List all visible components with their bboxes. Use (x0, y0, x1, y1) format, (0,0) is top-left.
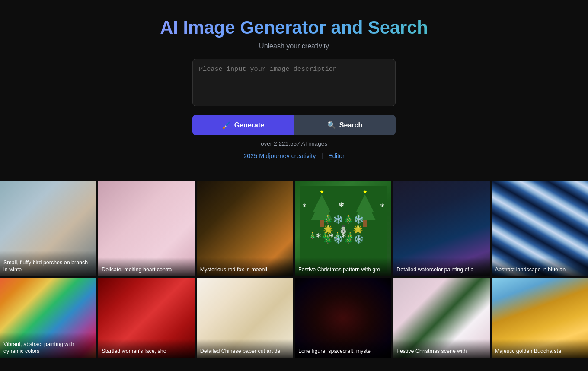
gallery-item-bird[interactable]: Small, fluffy bird perches on branch in … (0, 181, 96, 276)
svg-text:❄: ❄ (302, 203, 307, 209)
gallery-caption-robot: Detailed watercolor painting of a (393, 257, 489, 276)
gallery-caption-christmas: Festive Christmas pattern with gre (295, 257, 391, 276)
gallery-item-fox[interactable]: Mysterious red fox in moonli (197, 181, 293, 276)
svg-text:★: ★ (362, 189, 367, 195)
prompt-textarea[interactable] (192, 59, 396, 106)
gallery-caption-colorful: Vibrant, abstract painting with dynamic … (0, 332, 96, 358)
gallery-item-heart[interactable]: Delicate, melting heart contra (98, 181, 195, 276)
gallery-row-1: Small, fluffy bird perches on branch in … (0, 181, 588, 276)
generate-button[interactable]: 🖌️ Generate (192, 115, 294, 135)
svg-text:❄: ❄ (338, 201, 344, 209)
gallery-caption-chinese: Detailed Chinese paper cut art de (197, 339, 293, 358)
gallery-row-2: Vibrant, abstract painting with dynamic … (0, 278, 588, 358)
gallery-item-dark-space[interactable]: Lone figure, spacecraft, myste (295, 278, 391, 358)
svg-text:🎄❄🎄❄🎄❄🎄: 🎄❄🎄❄🎄❄🎄 (309, 232, 354, 239)
svg-text:★: ★ (319, 189, 324, 195)
generate-label: Generate (234, 121, 264, 129)
image-gallery: Small, fluffy bird perches on branch in … (0, 181, 588, 358)
svg-rect-3 (320, 220, 324, 227)
search-label: Search (339, 121, 362, 129)
page-subtitle: Unleash your creativity (9, 42, 579, 50)
gallery-caption-bird: Small, fluffy bird perches on branch in … (0, 251, 96, 276)
gallery-caption-dark-space: Lone figure, spacecraft, myste (295, 339, 391, 358)
midjourney-link[interactable]: 2025 Midjourney creativity (243, 152, 316, 159)
footer-links: 2025 Midjourney creativity | Editor (9, 152, 579, 160)
gallery-item-robot[interactable]: Detailed watercolor painting of a (393, 181, 489, 276)
gallery-caption-buddha: Majestic golden Buddha sta (492, 339, 588, 358)
gallery-item-abstract-blue[interactable]: Abstract landscape in blue an (492, 181, 588, 276)
page-title: AI Image Generator and Search (9, 17, 579, 38)
wand-icon: 🖌️ (222, 121, 231, 129)
svg-rect-6 (363, 220, 367, 227)
gallery-item-buddha[interactable]: Majestic golden Buddha sta (492, 278, 588, 358)
stats-text: over 2,221,557 AI images (9, 140, 579, 147)
prompt-input-area (192, 59, 396, 108)
gallery-item-chinese[interactable]: Detailed Chinese paper cut art de (197, 278, 293, 358)
gallery-caption-heart: Delicate, melting heart contra (98, 257, 195, 276)
gallery-caption-abstract-blue: Abstract landscape in blue an (492, 257, 588, 276)
search-icon: 🔍 (327, 121, 336, 129)
gallery-item-scared[interactable]: Startled woman's face, sho (98, 278, 195, 358)
gallery-item-bell[interactable]: Festive Christmas scene with (393, 278, 489, 358)
page-header: AI Image Generator and Search Unleash yo… (0, 0, 588, 181)
gallery-caption-fox: Mysterious red fox in moonli (197, 257, 293, 276)
gallery-item-christmas[interactable]: ❄ ❄ ❄ ★ ★ 🎄❄🎄❄🎄❄🎄 Festive Christmas patt… (295, 181, 391, 276)
action-buttons: 🖌️ Generate 🔍 Search (192, 115, 396, 135)
search-button[interactable]: 🔍 Search (294, 115, 396, 135)
editor-link[interactable]: Editor (328, 152, 345, 159)
gallery-caption-bell: Festive Christmas scene with (393, 339, 489, 358)
gallery-item-colorful[interactable]: Vibrant, abstract painting with dynamic … (0, 278, 96, 358)
link-divider: | (321, 152, 323, 159)
svg-text:❄: ❄ (380, 203, 384, 209)
gallery-caption-scared: Startled woman's face, sho (98, 339, 195, 358)
